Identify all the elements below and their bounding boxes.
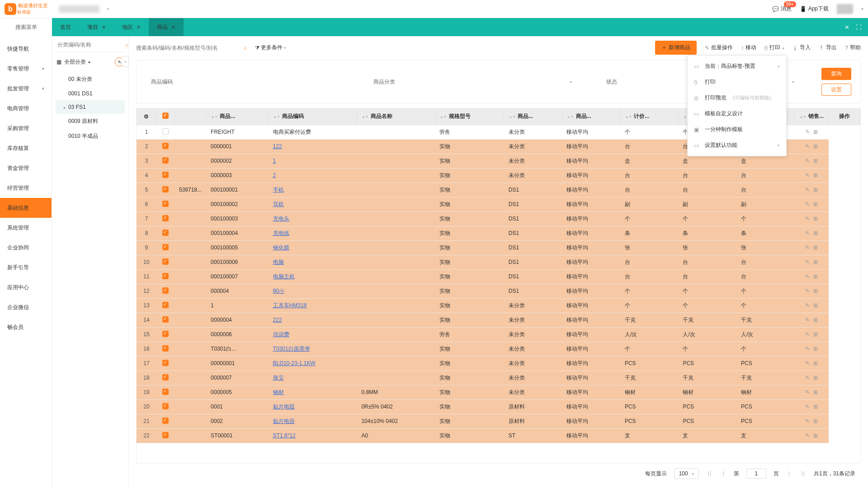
table-row[interactable]: 9000100005钢化膜实物DS1移动平均张张张✎⊞ <box>137 240 860 255</box>
prev-page-button[interactable]: ⟨ <box>721 470 726 477</box>
export-link[interactable]: ⭱导出 <box>819 44 837 52</box>
more-icon[interactable]: ⊞ <box>813 302 818 309</box>
dd-print[interactable]: ⎙打印 <box>688 74 786 90</box>
dd-current-template[interactable]: ▭ 当前：商品标签-预置 ▾ <box>688 58 786 74</box>
first-page-button[interactable]: |⟨ <box>706 470 713 477</box>
col-header[interactable]: ▲▼计价... <box>620 108 679 125</box>
col-header[interactable]: ▲▼商品... <box>206 108 269 125</box>
more-icon[interactable]: ⊞ <box>813 331 818 338</box>
col-header[interactable]: 操作 <box>829 108 860 125</box>
col-select-all[interactable] <box>156 108 175 125</box>
dd-template-custom[interactable]: ▭模板自定义设计 <box>688 106 786 122</box>
more-icon[interactable]: ⊞ <box>813 389 818 395</box>
more-conditions-toggle[interactable]: ⧩ 更多条件 ▾ <box>255 44 286 52</box>
close-icon[interactable]: ✕ <box>137 24 141 30</box>
edit-icon[interactable]: ✎ <box>805 331 810 338</box>
product-name-link[interactable]: 电脑主机 <box>273 273 295 280</box>
category-all[interactable]: ▦ 全部分类 ▸ ✎ <box>57 57 124 66</box>
table-row[interactable]: 1200000490小实物DS1移动平均个个个✎⊞ <box>137 284 860 298</box>
product-name-link[interactable]: 贴片电阻 <box>273 404 295 410</box>
edit-icon[interactable]: ✎ <box>805 259 810 265</box>
table-row[interactable]: 150000006培训费劳务未分类移动平均人/次人/次人/次✎⊞ <box>137 327 860 342</box>
edit-icon[interactable]: ✎ <box>805 389 810 395</box>
nav-item[interactable]: 采购管理 <box>0 118 52 138</box>
fullscreen-icon[interactable]: ⛶ <box>856 24 862 31</box>
move-link[interactable]: ↕移动 <box>741 44 756 52</box>
table-row[interactable]: 200001贴片电阻0R±5% 0402实物原材料移动平均PCSPCSPCS✎⊞ <box>137 399 860 414</box>
product-name-link[interactable]: T0301白面黑带 <box>273 346 310 352</box>
product-name-link[interactable]: 贴片电容 <box>273 418 295 424</box>
product-name-link[interactable]: 工具车HM318 <box>273 302 307 309</box>
row-checkbox[interactable] <box>156 414 175 428</box>
app-download-link[interactable]: 📱 App下载 <box>800 5 829 13</box>
row-checkbox[interactable] <box>156 168 175 183</box>
edit-icon[interactable]: ✎ <box>805 201 810 207</box>
table-row[interactable]: 131工具车HM318实物未分类移动平均个个个✎⊞ <box>137 298 860 313</box>
nav-item[interactable]: 快捷导航 <box>0 39 52 59</box>
more-icon[interactable]: ⊞ <box>813 129 818 135</box>
row-checkbox[interactable] <box>156 371 175 385</box>
row-checkbox[interactable] <box>156 240 175 255</box>
edit-icon[interactable]: ✎ <box>805 187 810 193</box>
dd-print-preview[interactable]: ◎打印预览(可编辑当前模板) <box>688 90 786 106</box>
nav-item[interactable]: 资金管理 <box>0 158 52 178</box>
more-icon[interactable]: ⊞ <box>813 288 818 294</box>
more-icon[interactable]: ⊞ <box>813 404 818 410</box>
product-name-link[interactable]: 培训费 <box>273 331 289 338</box>
row-checkbox[interactable] <box>156 284 175 298</box>
product-name-link[interactable]: 珠宝 <box>273 375 284 381</box>
more-icon[interactable]: ⊞ <box>813 143 818 150</box>
filter-code-input[interactable] <box>179 77 350 87</box>
product-name-link[interactable]: 充电线 <box>273 230 289 236</box>
tree-item[interactable]: 0001 DS1 <box>56 87 125 100</box>
nav-item[interactable]: 经营管理 <box>0 178 52 198</box>
more-icon[interactable]: ⊞ <box>813 432 818 439</box>
more-icon[interactable]: ⊞ <box>813 418 818 424</box>
col-header[interactable]: ▲▼商品... <box>562 108 620 125</box>
nav-item[interactable]: 系统管理 <box>0 218 52 238</box>
table-row[interactable]: 190000005钢材0.8MM实物未分类移动平均钢材钢材钢材✎⊞ <box>137 385 860 399</box>
table-row[interactable]: 400000032实物未分类移动平均台台台✎⊞ <box>137 168 860 183</box>
help-link[interactable]: ?帮助 <box>845 44 861 52</box>
query-button[interactable]: 查询 <box>821 68 851 80</box>
edit-icon[interactable]: ✎ <box>805 172 810 178</box>
row-checkbox[interactable] <box>156 183 175 197</box>
product-name-link[interactable]: 耳机 <box>273 201 284 207</box>
row-checkbox[interactable] <box>156 269 175 284</box>
last-page-button[interactable]: ⟩| <box>799 470 807 477</box>
more-icon[interactable]: ⊞ <box>813 317 818 323</box>
collapse-pane-button[interactable]: « <box>122 56 129 67</box>
row-checkbox[interactable] <box>156 428 175 443</box>
table-row[interactable]: 5539718...000100001手机实物DS1移动平均台台台✎⊞ <box>137 183 860 197</box>
more-icon[interactable]: ⊞ <box>813 273 818 280</box>
per-page-select[interactable]: 100▾ <box>674 468 699 479</box>
row-checkbox[interactable] <box>156 139 175 154</box>
close-icon[interactable]: ✕ <box>102 24 106 30</box>
table-row[interactable]: 7000100003充电头实物DS1移动平均个个个✎⊞ <box>137 211 860 226</box>
product-name-link[interactable]: BLD10-23-1.1KW <box>273 360 316 366</box>
import-link[interactable]: ⭳导入 <box>793 44 811 52</box>
col-settings[interactable]: ⚙ <box>137 108 156 125</box>
tree-item[interactable]: 0010 半成品 <box>56 129 125 144</box>
more-icon[interactable]: ⊞ <box>813 244 818 251</box>
tree-item[interactable]: 0009 原材料 <box>56 114 125 129</box>
table-row[interactable]: 8000100004充电线实物DS1移动平均条条条✎⊞ <box>137 226 860 240</box>
tab-商品[interactable]: 商品✕ <box>149 18 184 36</box>
nav-item[interactable]: 畅会员 <box>0 317 52 337</box>
more-icon[interactable]: ⊞ <box>813 230 818 236</box>
row-checkbox[interactable] <box>156 211 175 226</box>
row-checkbox[interactable] <box>156 154 175 168</box>
more-icon[interactable]: ⊞ <box>813 346 818 352</box>
product-name-link[interactable]: 电脑 <box>273 259 284 265</box>
org-selector[interactable]: ▾ <box>59 5 109 13</box>
batch-ops-link[interactable]: ✎批量操作 <box>705 44 733 52</box>
table-row[interactable]: 10000100006电脑实物DS1移动平均台台台✎⊞ <box>137 255 860 269</box>
edit-icon[interactable]: ✎ <box>805 317 810 323</box>
col-header[interactable]: ▲▼商品名称 <box>357 108 435 125</box>
table-row[interactable]: 140000004222实物未分类移动平均千克千克千克✎⊞ <box>137 313 860 327</box>
more-icon[interactable]: ⊞ <box>813 259 818 265</box>
messages-link[interactable]: 💬 消息 99+ <box>772 5 792 13</box>
table-row[interactable]: 16T0301白...T0301白面黑带实物未分类移动平均个个个✎⊞ <box>137 342 860 356</box>
col-header[interactable]: ▲▼商品编码 <box>269 108 357 125</box>
product-name-link[interactable]: 90小 <box>273 288 284 294</box>
